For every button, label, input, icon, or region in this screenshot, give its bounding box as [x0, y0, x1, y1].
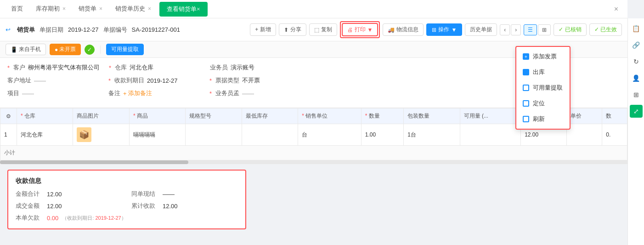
close-sales-history[interactable]: × [148, 6, 151, 12]
grid-icon: ⊞ [432, 27, 436, 33]
scroll-indicator[interactable] [0, 160, 627, 164]
nav-arrows: ‹ › [500, 24, 521, 35]
col-spec: 规格型号 [186, 108, 242, 124]
due-date-value: 2019-12-27 [147, 77, 178, 84]
row-image: 📦 [73, 124, 129, 146]
outbound-icon [523, 69, 529, 75]
operate-button[interactable]: ⊞ 操作 ▼ [426, 23, 462, 36]
available-btn[interactable]: 可用量提取 [106, 44, 144, 55]
tab-bar: 首页 库存期初 × 销货单 × 销货单历史 × 查看销货单 × × [0, 0, 627, 18]
row-unit: 台 [298, 124, 362, 146]
logistics-button[interactable]: 🚚 物流信息 [383, 23, 424, 36]
not-open-ticket-btn[interactable]: ● 未开票 [50, 44, 81, 55]
list-view-btn[interactable]: ☰ [524, 24, 537, 35]
pay-row-outstanding: 本单欠款 0.00 （收款到期日: 2019-12-27） [16, 214, 238, 222]
sidebar-user-icon[interactable]: 👤 [630, 72, 643, 85]
ticket-icon: ● [55, 46, 58, 53]
add-invoice-icon: + [523, 53, 529, 60]
col-warehouse: * 仓库 [17, 108, 73, 124]
truck-icon: 🚚 [388, 27, 395, 33]
phone-icon: 📱 [11, 46, 17, 53]
col-available: 可用量 (... [460, 108, 521, 124]
subtotal-row: 小计 [0, 146, 627, 160]
sidebar-grid-icon[interactable]: ⊞ [630, 88, 643, 101]
sidebar-expand-icon[interactable]: ⤢ [630, 105, 643, 118]
grid-view-btn[interactable]: ⊞ [538, 24, 551, 35]
col-amount: 数 [602, 108, 627, 124]
toolbar-actions: + 新增 ⬆ 分享 ⬚ 复制 🖨 打印 ▼ 🚚 物流信息 ⊞ [250, 21, 622, 38]
pay-row-cumulative: 累计收款 12.00 [131, 202, 238, 210]
col-quantity: * 数量 [361, 108, 403, 124]
tab-query-sales[interactable]: 查看销货单 × [159, 2, 208, 17]
due-date-field: * 收款到期日 2019-12-27 [108, 76, 200, 85]
from-phone-btn[interactable]: 📱 来自手机 [6, 44, 46, 55]
col-unit-price: 单价 [567, 108, 602, 124]
tab-home[interactable]: 首页 [5, 0, 29, 18]
history-button[interactable]: 历史单据 [465, 23, 497, 36]
next-btn[interactable]: › [511, 24, 521, 35]
row-spec [186, 124, 242, 146]
doc-type-label: 销货单 [17, 26, 35, 34]
copy-button[interactable]: ⬚ 复制 [309, 23, 337, 36]
print-icon: 🖨 [347, 27, 353, 33]
tab-sales-history[interactable]: 销货单历史 × [109, 0, 158, 18]
project-value: —— [22, 90, 34, 97]
address-value: —— [34, 77, 46, 84]
print-highlight-box: 🖨 打印 ▼ [340, 21, 380, 38]
cancelled-status-btn[interactable]: ✓ 已核销 [554, 23, 586, 36]
new-button[interactable]: + 新增 [250, 23, 276, 36]
col-unit: * 销售单位 [298, 108, 362, 124]
payment-title: 收款信息 [16, 177, 238, 185]
share-button[interactable]: ⬆ 分享 [279, 23, 306, 36]
row-pack-qty: 1台 [404, 124, 460, 146]
col-pack-qty: 包装数量 [404, 108, 460, 124]
confirm-circle-btn[interactable]: ✓ [85, 45, 95, 55]
warehouse-field: * 仓库 河北仓库 [109, 63, 201, 72]
effective-status-btn[interactable]: ✓ 已生效 [589, 23, 622, 36]
col-image: 商品图片 [73, 108, 129, 124]
tab-inventory-init[interactable]: 库存期初 × [29, 0, 72, 18]
divider [100, 46, 101, 54]
ticket-field: * 票据类型 不开票 [209, 76, 301, 85]
dropdown-outbound[interactable]: 出库 [516, 64, 570, 80]
staff2-field: * 业务员孟 —— [209, 89, 301, 97]
dropdown-available-qty[interactable]: 可用量提取 [516, 80, 570, 96]
warehouse-value: 河北仓库 [130, 63, 153, 72]
add-note-link[interactable]: + 添加备注 [123, 89, 152, 97]
pay-row-deal-amount: 成交金额 12.00 [16, 202, 122, 210]
view-toggle: ☰ ⊞ [524, 24, 551, 35]
row-min-stock [242, 124, 298, 146]
dropdown-add-invoice[interactable]: + 添加发票 [516, 49, 570, 64]
doc-icon: ↩ [6, 26, 11, 33]
sidebar-rotate-icon[interactable]: ↻ [630, 55, 643, 68]
subtotal-label: 小计 [0, 146, 627, 160]
dropdown-refresh[interactable]: 刷新 [516, 111, 570, 127]
tab-sales-order[interactable]: 销货单 × [72, 0, 109, 18]
customer-value: 柳州粤港平安气体有限公司 [28, 63, 100, 72]
row-unit-price [567, 124, 602, 146]
close-inventory-init[interactable]: × [62, 6, 66, 12]
right-sidebar: 📋 🔗 ↻ 👤 ⊞ ⤢ [627, 18, 644, 235]
prev-btn[interactable]: ‹ [500, 24, 510, 35]
dropdown-menu: + 添加发票 出库 可用量提取 定位 刷新 [515, 46, 571, 130]
print-button[interactable]: 🖨 打印 ▼ [342, 23, 378, 36]
row-quantity: 1.00 [361, 124, 403, 146]
ticket-value: 不开票 [242, 76, 260, 85]
staff2-value: —— [242, 90, 254, 97]
col-product: * 商品 [129, 108, 185, 124]
close-query-tab[interactable]: × [197, 6, 200, 12]
close-sales-order[interactable]: × [99, 6, 102, 12]
payment-grid: 金额合计 12.00 同单现结 —— 成交金额 12.00 累计收款 12.00… [16, 190, 238, 222]
staff-value: 演示账号 [231, 63, 254, 72]
copy-icon: ⬚ [314, 27, 319, 33]
row-index: 1 [0, 124, 17, 146]
share-icon: ⬆ [284, 27, 288, 33]
dropdown-locate[interactable]: 定位 [516, 96, 570, 111]
close-window-btn[interactable]: × [610, 5, 623, 13]
sidebar-file-icon[interactable]: 📋 [630, 22, 643, 35]
row-warehouse: 河北仓库 [17, 124, 73, 146]
main-toolbar: ↩ 销货单 单据日期 2019-12-27 单据编号 SA-20191227-0… [0, 18, 627, 41]
pay-row-total: 金额合计 12.00 [16, 190, 122, 198]
staff-field: 业务员 演示账号 [210, 63, 302, 72]
sidebar-link-icon[interactable]: 🔗 [630, 39, 643, 51]
